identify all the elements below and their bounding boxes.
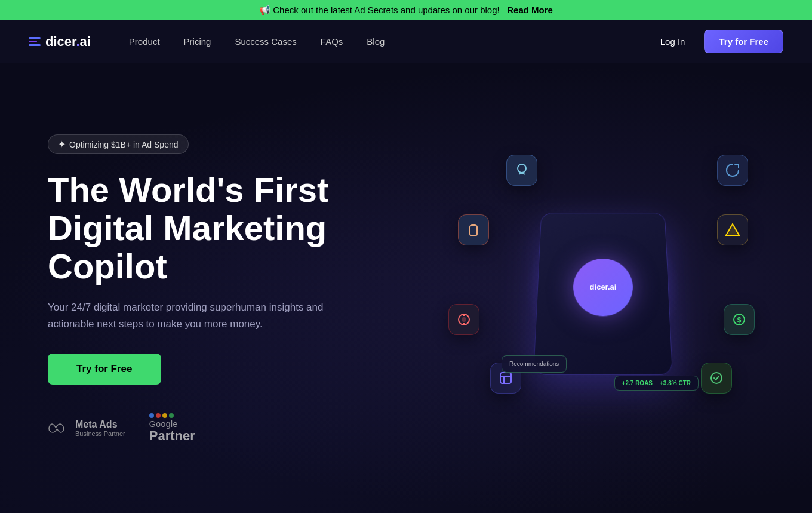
google-bottom-text: Partner [149,429,195,443]
device-recommendations: Recommendations [502,355,567,373]
stat-roas: +2.7 ROAS [622,380,653,386]
svg-marker-4 [726,224,739,235]
hero-illustration: $ dicer.ai Recommendations +2.7 ROAS [442,140,764,438]
hero-section: ✦ Optimizing $1B+ in Ad Spend The World'… [0,63,812,513]
nav-item-faqs[interactable]: FAQs [311,32,353,51]
nav-item-blog[interactable]: Blog [357,32,394,51]
hero-badge: ✦ Optimizing $1B+ in Ad Spend [48,134,189,154]
hero-content: ✦ Optimizing $1B+ in Ad Spend The World'… [48,134,442,443]
svg-rect-2 [471,224,476,226]
google-partner-logo: Google Partner [149,413,195,443]
svg-text:$: $ [737,316,741,324]
device-surface: dicer.ai [533,213,673,374]
meta-text: Meta Ads Business Partner [75,419,125,438]
logo-text: dicer.ai [45,34,91,50]
svg-point-14 [711,373,722,383]
badge-text: Optimizing $1B+ in Ad Spend [69,140,179,149]
float-card-5 [448,304,479,335]
meta-icon [48,419,69,438]
try-free-button-nav[interactable]: Try for Free [704,30,783,53]
google-top-text: Google [149,419,178,429]
svg-rect-1 [470,226,477,235]
nav-actions: Log In Try for Free [651,30,783,53]
float-card-1 [506,155,537,186]
logo-icon [29,37,41,46]
float-card-4 [717,214,748,245]
announcement-icon: 📢 [259,5,270,15]
float-card-2 [717,155,748,186]
try-free-button-hero[interactable]: Try for Free [48,354,161,385]
hero-title: The World's First Digital Marketing Copi… [48,171,442,285]
device-logo: dicer.ai [573,259,633,316]
svg-point-0 [518,164,526,173]
login-button[interactable]: Log In [651,32,695,51]
float-card-3 [458,214,489,245]
hero-visual: $ dicer.ai Recommendations +2.7 ROAS [442,140,764,438]
svg-rect-11 [500,373,511,383]
float-card-6: $ [724,304,755,335]
nav-item-success-cases[interactable]: Success Cases [225,32,306,51]
partners-section: Meta Ads Business Partner Google Partner [48,413,442,443]
stats-bar: +2.7 ROAS +3.8% CTR [614,376,699,391]
central-device: dicer.ai Recommendations +2.7 ROAS +3.8%… [519,193,687,385]
svg-point-6 [462,317,466,322]
navbar: dicer.ai Product Pricing Success Cases F… [0,20,812,63]
announcement-link[interactable]: Read More [507,5,553,15]
nav-item-pricing[interactable]: Pricing [174,32,221,51]
hero-subtitle: Your 24/7 digital marketer providing sup… [48,299,346,331]
nav-item-product[interactable]: Product [119,32,170,51]
float-card-8 [701,363,732,394]
nav-links: Product Pricing Success Cases FAQs Blog [119,32,651,51]
meta-ads-logo: Meta Ads Business Partner [48,419,125,438]
google-dots [149,413,174,418]
stat-ctr: +3.8% CTR [660,380,691,386]
logo[interactable]: dicer.ai [29,34,91,50]
announcement-text: Check out the latest Ad Secrets and upda… [273,5,499,15]
badge-icon: ✦ [58,139,66,150]
announcement-bar: 📢 Check out the latest Ad Secrets and up… [0,0,812,20]
